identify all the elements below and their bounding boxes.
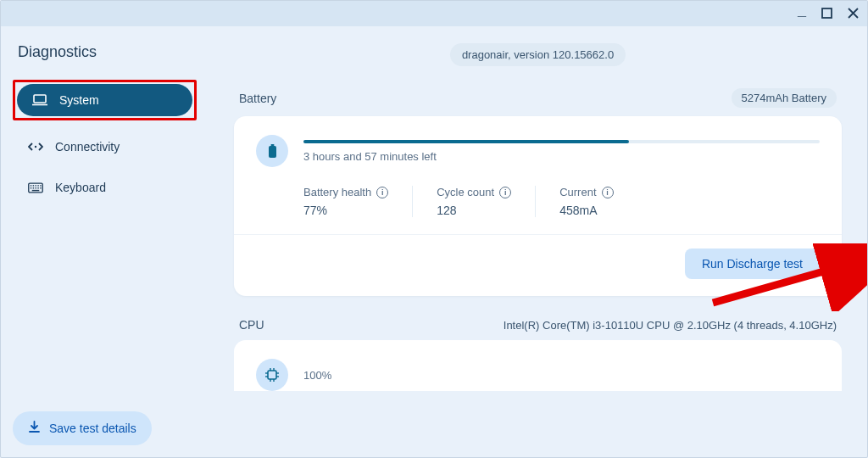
download-icon — [28, 421, 41, 436]
svg-rect-22 — [268, 371, 276, 379]
save-button-label: Save test details — [49, 422, 136, 435]
svg-rect-3 — [34, 95, 46, 103]
nav-items: System Connectivity Keyboard — [13, 80, 197, 204]
svg-rect-12 — [31, 187, 31, 188]
maximize-button[interactable] — [821, 7, 832, 21]
connectivity-icon — [28, 142, 43, 152]
minimize-button[interactable]: _ — [798, 2, 806, 20]
titlebar: _ — [1, 1, 867, 26]
cpu-section-title: CPU — [239, 318, 264, 332]
keyboard-icon — [28, 182, 43, 193]
stat-cycle-count: Cycle count i 128 — [413, 186, 536, 217]
battery-summary-row: 3 hours and 57 minutes left — [256, 135, 820, 167]
battery-progress: 3 hours and 57 minutes left — [303, 140, 820, 163]
stat-battery-health: Battery health i 77% — [303, 186, 413, 217]
svg-rect-16 — [40, 187, 41, 188]
battery-capacity-pill: 5274mAh Battery — [732, 88, 837, 108]
sidebar-item-label: System — [59, 93, 99, 107]
battery-time-left: 3 hours and 57 minutes left — [303, 150, 820, 163]
svg-rect-20 — [269, 146, 276, 158]
version-pill: dragonair, version 120.15662.0 — [450, 43, 626, 66]
sidebar-item-system[interactable]: System — [17, 84, 192, 116]
sidebar: Diagnostics System Connectivity — [1, 26, 209, 457]
svg-rect-13 — [33, 187, 34, 188]
stat-value: 128 — [437, 204, 511, 217]
svg-rect-14 — [36, 187, 36, 188]
stat-value: 458mA — [559, 204, 613, 217]
content-area: Diagnostics System Connectivity — [1, 26, 867, 457]
svg-point-5 — [35, 146, 36, 148]
battery-section-header: Battery 5274mAh Battery — [234, 88, 842, 108]
svg-rect-17 — [32, 189, 40, 190]
progress-fill — [303, 140, 629, 143]
cpu-spec: Intel(R) Core(TM) i3-10110U CPU @ 2.10GH… — [504, 319, 837, 332]
svg-rect-19 — [270, 144, 274, 146]
run-discharge-test-button[interactable]: Run Discharge test — [685, 249, 820, 279]
battery-section-title: Battery — [239, 92, 276, 105]
info-icon[interactable]: i — [499, 187, 511, 198]
sidebar-item-connectivity[interactable]: Connectivity — [13, 131, 197, 163]
cpu-section-header: CPU Intel(R) Core(TM) i3-10110U CPU @ 2.… — [234, 318, 842, 332]
svg-rect-11 — [40, 185, 41, 186]
stat-label: Current — [559, 186, 596, 198]
divider — [234, 234, 842, 235]
app-window: _ Diagnostics System — [0, 0, 868, 458]
sidebar-item-label: Keyboard — [55, 181, 106, 194]
info-icon[interactable]: i — [376, 187, 388, 198]
svg-rect-15 — [37, 187, 38, 188]
cpu-usage-percent: 100% — [303, 369, 331, 382]
stat-current: Current i 458mA — [536, 186, 637, 217]
cpu-card: 100% — [234, 340, 842, 391]
info-icon[interactable]: i — [602, 187, 614, 198]
annotation-highlight-box: System — [13, 80, 197, 120]
stat-label: Cycle count — [437, 186, 494, 198]
battery-icon — [256, 135, 288, 167]
battery-card: 3 hours and 57 minutes left Battery heal… — [234, 116, 842, 296]
svg-rect-8 — [33, 185, 34, 186]
laptop-icon — [32, 94, 47, 106]
cpu-chip-icon — [256, 359, 288, 391]
close-button[interactable] — [848, 7, 859, 21]
sidebar-item-keyboard[interactable]: Keyboard — [13, 171, 197, 204]
stat-value: 77% — [303, 204, 388, 217]
progress-bar — [303, 140, 820, 143]
sidebar-item-label: Connectivity — [55, 140, 120, 154]
svg-rect-7 — [31, 185, 31, 186]
svg-rect-9 — [36, 185, 36, 186]
save-test-details-button[interactable]: Save test details — [13, 411, 152, 445]
main-panel: dragonair, version 120.15662.0 Battery 5… — [209, 26, 867, 457]
battery-stats-row: Battery health i 77% Cycle count i 128 — [256, 186, 820, 217]
battery-card-footer: Run Discharge test — [256, 249, 820, 279]
page-title: Diagnostics — [13, 43, 197, 61]
svg-rect-0 — [822, 8, 832, 18]
svg-rect-10 — [37, 185, 38, 186]
stat-label: Battery health — [303, 186, 371, 198]
